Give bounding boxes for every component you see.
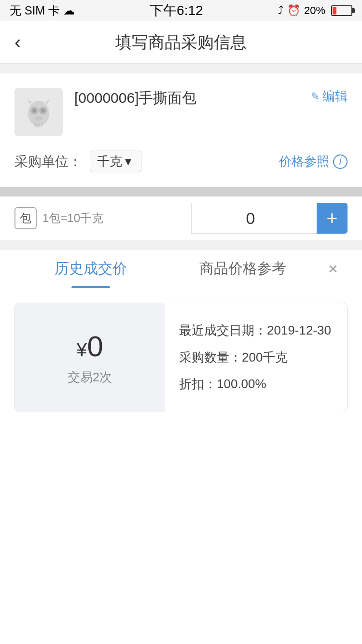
recent-date-label: 最近成交日期： <box>179 323 267 337</box>
price-symbol: ¥ <box>76 339 87 360</box>
price-record: ¥0 交易2次 最近成交日期：2019-12-30 采购数量：200千克 折扣：… <box>14 303 348 412</box>
tab-close-button[interactable]: × <box>319 254 348 283</box>
recent-date-row: 最近成交日期：2019-12-30 <box>179 321 333 341</box>
price-display: ¥0 <box>76 329 103 364</box>
unit-conversion: 1包=10千克 <box>42 210 103 226</box>
edit-label: 编辑 <box>322 88 348 105</box>
svg-point-0 <box>28 101 49 126</box>
discount-label: 折扣： <box>179 377 217 391</box>
edit-link[interactable]: ✎ 编辑 <box>311 88 348 105</box>
location-icon: ⤴ <box>278 4 283 17</box>
status-right: ⤴ ⏰ 20% <box>278 4 352 17</box>
price-value: 0 <box>87 330 103 363</box>
quantity-label: 采购数量： <box>179 350 242 364</box>
product-logo-icon: 数计 <box>22 95 56 129</box>
info-icon: i <box>333 154 348 169</box>
discount-row: 折扣：100.00% <box>179 374 333 394</box>
price-times: 交易2次 <box>68 369 112 386</box>
unit-value: 千克 <box>97 153 122 170</box>
svg-text:数计: 数计 <box>34 123 43 128</box>
product-footer: 采购单位： 千克 ▾ 价格参照 i <box>14 151 348 172</box>
sim-status: 无 SIM 卡 ☁ <box>10 3 75 18</box>
unit-label: 包 1包=10千克 <box>14 207 103 229</box>
purchase-unit: 采购单位： 千克 ▾ <box>14 151 141 172</box>
edit-pencil-icon: ✎ <box>311 90 320 103</box>
quantity-value: 200千克 <box>242 350 288 364</box>
quantity-input-wrapper: + <box>113 203 348 234</box>
price-left: ¥0 交易2次 <box>15 303 165 412</box>
svg-marker-8 <box>45 99 50 104</box>
page-title: 填写商品采购信息 <box>115 31 247 54</box>
product-header: 数计 [0000006]手撕面包 ✎ 编辑 <box>14 88 348 136</box>
status-time: 下午6:12 <box>150 1 203 20</box>
alarm-icon: ⏰ <box>287 4 300 17</box>
tab-history-price[interactable]: 历史成交价 <box>14 250 167 288</box>
product-info: [0000006]手撕面包 ✎ 编辑 <box>74 88 348 108</box>
chevron-down-icon: ▾ <box>125 154 131 169</box>
divider-bar <box>0 187 362 196</box>
tab-header: 历史成交价 商品价格参考 × <box>0 250 362 288</box>
unit-box-label: 包 <box>20 210 31 226</box>
tab-panel: 历史成交价 商品价格参考 × ¥0 交易2次 最近成交日期：2019-12-30… <box>0 250 362 427</box>
purchase-unit-label: 采购单位： <box>14 153 82 171</box>
tab-price-ref[interactable]: 商品价格参考 <box>167 250 319 288</box>
unit-box: 包 <box>14 207 37 229</box>
price-ref-label: 价格参照 <box>279 153 329 170</box>
quantity-input[interactable] <box>191 203 317 234</box>
svg-marker-7 <box>28 99 32 104</box>
recent-date-value: 2019-12-30 <box>267 323 331 337</box>
back-button[interactable]: ‹ <box>14 31 43 53</box>
tab-content: ¥0 交易2次 最近成交日期：2019-12-30 采购数量：200千克 折扣：… <box>0 288 362 427</box>
status-left: 无 SIM 卡 ☁ <box>10 3 75 18</box>
product-name: [0000006]手撕面包 <box>74 88 196 108</box>
product-card: 数计 [0000006]手撕面包 ✎ 编辑 采购单位： 千克 ▾ 价格参照 i <box>0 73 362 187</box>
battery-percent: 20% <box>304 4 325 17</box>
price-ref-button[interactable]: 价格参照 i <box>279 153 348 170</box>
quantity-row: 包 1包=10千克 + <box>0 196 362 240</box>
quantity-row-info: 采购数量：200千克 <box>179 348 333 368</box>
discount-value: 100.00% <box>217 377 266 391</box>
unit-select[interactable]: 千克 ▾ <box>90 151 141 172</box>
svg-point-4 <box>41 109 45 112</box>
nav-bar: ‹ 填写商品采购信息 <box>0 21 362 64</box>
price-right: 最近成交日期：2019-12-30 采购数量：200千克 折扣：100.00% <box>165 303 347 412</box>
page-rest <box>0 427 362 644</box>
quantity-plus-button[interactable]: + <box>317 203 348 234</box>
svg-point-3 <box>32 109 36 112</box>
product-thumbnail: 数计 <box>14 88 63 136</box>
battery-icon <box>331 5 352 16</box>
status-bar: 无 SIM 卡 ☁ 下午6:12 ⤴ ⏰ 20% <box>0 0 362 21</box>
